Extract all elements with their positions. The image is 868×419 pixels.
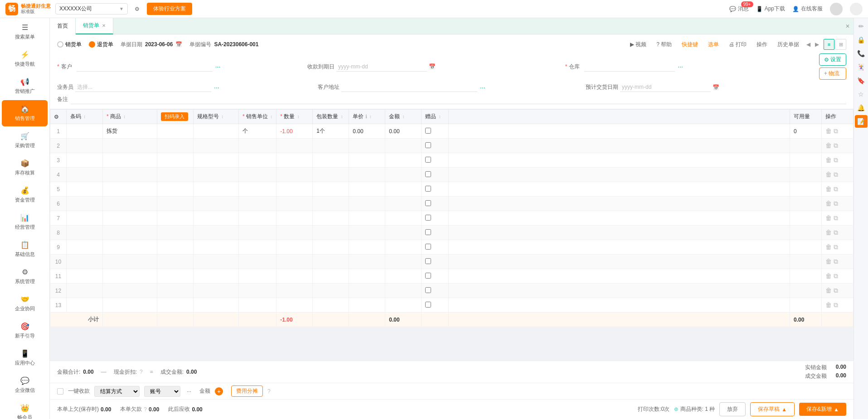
rs-action-btn[interactable]: 📝 bbox=[855, 115, 868, 128]
tab-home[interactable]: 首页 bbox=[50, 18, 76, 34]
table-row-gift[interactable] bbox=[422, 269, 449, 284]
sidebar-item-guide[interactable]: 🎯 新手引导 bbox=[2, 318, 48, 344]
sidebar-item-member[interactable]: 👑 畅会员 bbox=[2, 399, 48, 419]
table-row-gift[interactable] bbox=[422, 139, 449, 153]
table-row-qty[interactable] bbox=[276, 197, 313, 211]
customer-input[interactable] bbox=[77, 62, 213, 72]
row-delete-btn[interactable]: 🗑 bbox=[825, 214, 832, 222]
table-row-price[interactable] bbox=[349, 226, 385, 240]
row-delete-btn[interactable]: 🗑 bbox=[825, 243, 832, 251]
radio-return[interactable]: 退货单 bbox=[89, 41, 113, 48]
row-copy-btn[interactable]: ⧉ bbox=[834, 301, 838, 309]
warehouse-input[interactable]: 建材仓 bbox=[584, 62, 675, 72]
table-row-price[interactable] bbox=[349, 211, 385, 226]
row-delete-btn[interactable]: 🗑 bbox=[825, 156, 832, 164]
customer-addr-input[interactable] bbox=[341, 82, 477, 92]
row-copy-btn[interactable]: ⧉ bbox=[834, 171, 838, 178]
row-copy-btn[interactable]: ⧉ bbox=[834, 214, 838, 222]
row-copy-btn[interactable]: ⧉ bbox=[834, 229, 838, 236]
table-row-barcode[interactable] bbox=[67, 182, 103, 197]
row-copy-btn[interactable]: ⧉ bbox=[834, 258, 838, 265]
table-row-qty[interactable] bbox=[276, 240, 313, 255]
history-btn[interactable]: 历史单据 bbox=[775, 40, 802, 49]
table-row-price[interactable] bbox=[349, 182, 385, 197]
table-row-gift[interactable] bbox=[422, 211, 449, 226]
ellipsis-account[interactable]: ··· bbox=[187, 388, 191, 395]
delivery-date-input[interactable] bbox=[620, 82, 711, 92]
this-order-debt-help[interactable]: ? bbox=[144, 406, 147, 413]
rs-phone-btn[interactable]: 📞 bbox=[855, 47, 868, 60]
add-payment-btn[interactable]: + bbox=[215, 387, 223, 395]
app-download-btn[interactable]: 📱 App下载 bbox=[756, 5, 785, 13]
row-delete-btn[interactable]: 🗑 bbox=[825, 200, 832, 207]
radio-sales[interactable]: 销货单 bbox=[57, 41, 82, 48]
row-copy-btn[interactable]: ⧉ bbox=[834, 127, 838, 135]
table-row-spec[interactable] bbox=[194, 211, 239, 226]
online-service-btn[interactable]: 👤 在线客服 bbox=[792, 5, 823, 13]
table-scroll[interactable]: ⚙ 条码 ↕ * 商品 ↕ 扫码录入 规格型号 ↕ * 销售单位 ↕ * 数量 … bbox=[50, 109, 853, 361]
table-row-gift[interactable] bbox=[422, 168, 449, 182]
table-row-price[interactable] bbox=[349, 284, 385, 298]
sidebar-item-sales[interactable]: 🏠 销售管理 bbox=[2, 100, 48, 126]
table-row-spec[interactable] bbox=[194, 139, 239, 153]
sidebar-item-appstore[interactable]: 📱 应用中心 bbox=[2, 345, 48, 371]
table-row-gift[interactable] bbox=[422, 284, 449, 298]
table-row-barcode[interactable] bbox=[67, 284, 103, 298]
table-row-price[interactable] bbox=[349, 240, 385, 255]
scan-btn[interactable]: 扫码录入 bbox=[161, 112, 188, 121]
table-row-qty[interactable] bbox=[276, 168, 313, 182]
row-delete-btn[interactable]: 🗑 bbox=[825, 272, 832, 280]
sidebar-item-inventory[interactable]: 📦 库存核算 bbox=[2, 154, 48, 181]
remark-input[interactable] bbox=[71, 95, 846, 104]
table-row-spec[interactable] bbox=[194, 182, 239, 197]
sidebar-item-operations[interactable]: 📊 经营管理 bbox=[2, 209, 48, 235]
row-delete-btn[interactable]: 🗑 bbox=[825, 142, 832, 149]
row-copy-btn[interactable]: ⧉ bbox=[834, 243, 838, 251]
warehouse-select-btn[interactable]: ··· bbox=[678, 63, 683, 70]
account-select[interactable]: 账号 bbox=[144, 386, 180, 397]
table-row-gift[interactable] bbox=[422, 298, 449, 313]
rs-card-btn[interactable]: 🃏 bbox=[855, 61, 868, 73]
calendar-icon[interactable]: 📅 bbox=[175, 41, 182, 48]
table-row-spec[interactable] bbox=[194, 124, 239, 139]
sidebar-item-marketing[interactable]: 📢 营销推广 bbox=[2, 73, 48, 99]
sidebar-item-search[interactable]: ☰ 搜索菜单 bbox=[2, 19, 48, 45]
row-delete-btn[interactable]: 🗑 bbox=[825, 258, 832, 265]
table-row-price[interactable] bbox=[349, 168, 385, 182]
payment-date-icon[interactable]: 📅 bbox=[429, 63, 436, 70]
expense-btn[interactable]: 费用分摊 bbox=[231, 385, 263, 397]
save-draft-btn[interactable]: 保存草稿 ▲ bbox=[750, 402, 795, 416]
table-row-barcode[interactable] bbox=[67, 255, 103, 269]
table-row-price[interactable]: 0.00 bbox=[349, 124, 385, 139]
table-row-price[interactable] bbox=[349, 255, 385, 269]
table-row-spec[interactable] bbox=[194, 284, 239, 298]
table-row-gift[interactable] bbox=[422, 240, 449, 255]
table-row-price[interactable] bbox=[349, 153, 385, 168]
expense-help-icon[interactable]: ? bbox=[267, 388, 271, 395]
avatar[interactable] bbox=[830, 3, 843, 15]
row-copy-btn[interactable]: ⧉ bbox=[834, 287, 838, 294]
table-row-gift[interactable] bbox=[422, 153, 449, 168]
shortcut-btn[interactable]: 快捷键 bbox=[679, 40, 701, 49]
table-row-spec[interactable] bbox=[194, 298, 239, 313]
select-btn[interactable]: 选单 bbox=[705, 40, 722, 49]
table-row-spec[interactable] bbox=[194, 269, 239, 284]
print-btn[interactable]: 🖨 打印 bbox=[726, 40, 749, 49]
sidebar-item-purchase[interactable]: 🛒 采购管理 bbox=[2, 127, 48, 154]
table-row-price[interactable] bbox=[349, 269, 385, 284]
table-row-price[interactable] bbox=[349, 197, 385, 211]
form-settings-btn[interactable]: ⚙ 实销金额 设置 bbox=[819, 53, 846, 66]
table-row-qty[interactable] bbox=[276, 298, 313, 313]
discard-btn[interactable]: 放弃 bbox=[719, 402, 746, 416]
row-delete-btn[interactable]: 🗑 bbox=[825, 301, 832, 309]
table-row-barcode[interactable] bbox=[67, 139, 103, 153]
rs-alert-btn[interactable]: 🔔 bbox=[855, 101, 868, 114]
payment-date-input[interactable] bbox=[336, 62, 427, 72]
salesperson-input[interactable] bbox=[75, 82, 211, 92]
settings-icon[interactable]: ⚙ bbox=[131, 3, 143, 15]
table-row-barcode[interactable] bbox=[67, 153, 103, 168]
table-row-spec[interactable] bbox=[194, 226, 239, 240]
table-row-qty[interactable]: -1.00 bbox=[276, 124, 313, 139]
one-click-pay-checkbox[interactable] bbox=[57, 388, 63, 395]
tab-sales-order[interactable]: 销货单 ✕ bbox=[76, 18, 113, 34]
